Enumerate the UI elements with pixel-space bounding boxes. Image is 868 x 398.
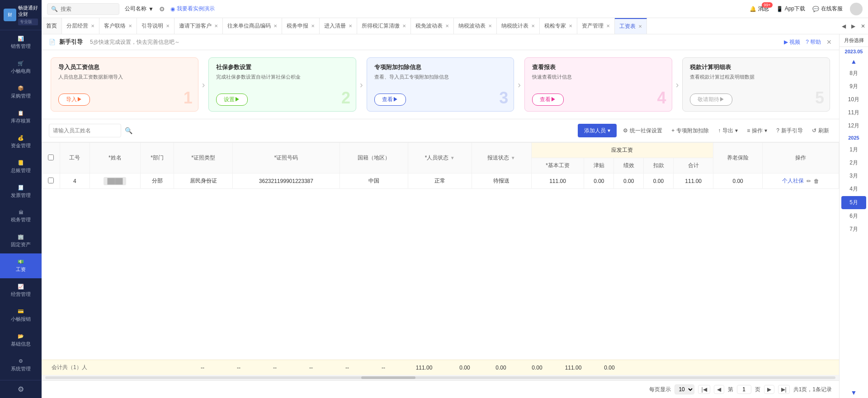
header-search-input[interactable] — [61, 6, 115, 12]
employee-search-input[interactable] — [49, 124, 121, 137]
page-first-button[interactable]: |◀ — [698, 385, 710, 394]
page-next-button[interactable]: ▶ — [764, 385, 774, 394]
close-tab-clearance[interactable]: ✕ — [349, 23, 352, 28]
close-tab-tax-table[interactable]: ✕ — [531, 23, 535, 28]
month-item-9[interactable]: 9月 — [840, 80, 868, 93]
tab-salary[interactable]: 工资表✕ — [615, 18, 647, 34]
month-item-1[interactable]: 1月 — [840, 143, 868, 156]
tab-tax-declare[interactable]: 税务申报✕ — [282, 18, 320, 34]
month-item-2[interactable]: 2月 — [840, 156, 868, 169]
sidebar-item-fixed[interactable]: 🏢固定资产 — [0, 229, 42, 253]
avatar[interactable] — [850, 3, 863, 15]
page-prev-button[interactable]: ◀ — [714, 385, 724, 394]
month-item-6[interactable]: 6月 — [840, 210, 868, 223]
close-tab-invite[interactable]: ✕ — [214, 23, 218, 28]
month-nav-down[interactable]: ▼ — [849, 387, 859, 398]
sidebar-item-basic[interactable]: 📂基础信息 — [0, 328, 42, 353]
step-1-button[interactable]: 导入▶ — [58, 94, 90, 106]
tab-customer[interactable]: 客户联络✕ — [99, 18, 137, 34]
demo-button[interactable]: ◉ 我要看实例演示 — [170, 5, 215, 13]
month-item-12[interactable]: 12月 — [840, 119, 868, 132]
notice-button[interactable]: 🔔 99+ 消息 — [750, 5, 769, 13]
close-tab-tax-calc[interactable]: ✕ — [402, 23, 406, 28]
guide-help-link[interactable]: ? 帮助 — [806, 38, 821, 46]
page-last-button[interactable]: ▶| — [778, 385, 790, 394]
tab-assets[interactable]: 资产管理✕ — [577, 18, 615, 34]
close-tab-layered[interactable]: ✕ — [91, 23, 94, 28]
month-item-5[interactable]: 5月 — [841, 196, 866, 209]
scroll-thumb[interactable] — [361, 376, 415, 379]
sidebar-item-operations[interactable]: 📈经营管理 — [0, 278, 42, 303]
employee-search-button[interactable]: 🔍 — [125, 127, 132, 134]
close-tab-guide[interactable]: ✕ — [166, 23, 170, 28]
step-4-button[interactable]: 查看▶ — [532, 94, 564, 106]
sidebar-item-sales[interactable]: 📊销售管理 — [0, 30, 42, 55]
unified-settings-button[interactable]: ⚙ 统一社保设置 — [620, 127, 665, 135]
tab-tax-exempt[interactable]: 税免波动表✕ — [411, 18, 454, 34]
close-tab-tax-declare[interactable]: ✕ — [311, 23, 315, 28]
month-item-7[interactable]: 7月 — [840, 223, 868, 236]
tab-product-code[interactable]: 往来单位商品编码✕ — [223, 18, 282, 34]
sidebar-item-inventory[interactable]: 📋库存核算 — [0, 105, 42, 130]
select-all-checkbox[interactable] — [48, 155, 54, 160]
tab-tax-table[interactable]: 纳税统计表✕ — [497, 18, 540, 34]
guide-close-button[interactable]: ✕ — [826, 38, 832, 46]
month-item-11[interactable]: 11月 — [840, 106, 868, 119]
horizontal-scrollbar[interactable] — [42, 375, 839, 380]
header-search-box[interactable]: 🔍 — [47, 3, 119, 15]
sidebar-item-marketing[interactable]: 💳小畅报销 — [0, 303, 42, 328]
per-page-select[interactable]: 10 — [675, 384, 694, 394]
op-personal-social[interactable]: 个人社保 — [782, 177, 804, 185]
close-tab-product-code[interactable]: ✕ — [274, 23, 277, 28]
month-nav-up[interactable]: ▲ — [849, 56, 859, 67]
tab-tax-expert[interactable]: 税检专家✕ — [540, 18, 577, 34]
sidebar-item-system[interactable]: ⚙系统管理 — [0, 353, 42, 378]
tab-clearance[interactable]: 进入清册✕ — [320, 18, 357, 34]
tab-home[interactable]: 首页 — [42, 18, 62, 34]
tab-nav-left[interactable]: ◀ — [839, 23, 849, 29]
company-dropdown[interactable]: 公司名称 ▼ — [125, 5, 154, 13]
sidebar-item-ecommerce[interactable]: 🛒小畅电商 — [0, 55, 42, 80]
tab-nav-right[interactable]: ▶ — [849, 23, 858, 29]
row-checkbox[interactable] — [48, 178, 54, 183]
tab-invite[interactable]: 邀请下游客户✕ — [175, 18, 223, 34]
sidebar-item-purchase[interactable]: 📦采购管理 — [0, 80, 42, 105]
month-item-4[interactable]: 4月 — [840, 183, 868, 196]
service-button[interactable]: 💬 在线客服 — [812, 5, 843, 13]
sidebar-item-ledger[interactable]: 📒总账管理 — [0, 155, 42, 179]
sidebar-item-salary[interactable]: 💵工资 — [0, 253, 42, 278]
step-3-button[interactable]: 查看▶ — [374, 94, 406, 106]
special-deduct-button[interactable]: + 专项附加扣除 — [669, 127, 712, 135]
tab-close-all[interactable]: ✕ — [858, 23, 868, 29]
app-download-button[interactable]: 📱 App下载 — [776, 5, 805, 13]
close-tab-tax-expert[interactable]: ✕ — [569, 23, 572, 28]
tab-guide[interactable]: 引导说明✕ — [137, 18, 175, 34]
month-item-10[interactable]: 10月 — [840, 93, 868, 106]
export-button[interactable]: ↑ 导出 ▾ — [715, 127, 741, 135]
settings-icon[interactable]: ⚙ — [18, 385, 24, 393]
month-item-8[interactable]: 8月 — [840, 67, 868, 80]
close-tab-tax-stat[interactable]: ✕ — [488, 23, 492, 28]
sidebar-item-finance[interactable]: 💰资金管理 — [0, 130, 42, 155]
refresh-button[interactable]: ↺ 刷新 — [809, 127, 832, 135]
close-tab-assets[interactable]: ✕ — [606, 23, 610, 28]
close-tab-salary[interactable]: ✕ — [638, 24, 642, 29]
close-tab-tax-exempt[interactable]: ✕ — [445, 23, 449, 28]
operate-button[interactable]: ≡ 操作 ▾ — [744, 127, 770, 135]
header-gear-icon[interactable]: ⚙ — [159, 5, 165, 13]
tab-layered[interactable]: 分层经营✕ — [62, 18, 99, 34]
step-5-button[interactable]: 敬请期待▶ — [690, 94, 732, 106]
sidebar-item-tax[interactable]: 🏛税务管理 — [0, 204, 42, 229]
add-employee-button[interactable]: 添加人员 ▾ — [578, 124, 617, 137]
tab-tax-calc[interactable]: 所得税汇算清缴✕ — [357, 18, 411, 34]
op-edit-icon[interactable]: ✏ — [807, 178, 811, 184]
op-delete-icon[interactable]: 🗑 — [814, 178, 819, 184]
month-item-3[interactable]: 3月 — [840, 169, 868, 183]
sidebar-item-invoice[interactable]: 🧾发票管理 — [0, 179, 42, 204]
new-guide-button[interactable]: ? 新手引导 — [774, 127, 806, 135]
step-2-button[interactable]: 设置▶ — [216, 94, 248, 106]
guide-video-link[interactable]: ▶ 视频 — [784, 38, 800, 46]
page-input[interactable] — [737, 385, 751, 394]
close-tab-customer[interactable]: ✕ — [128, 23, 132, 28]
tab-tax-stat[interactable]: 纳税波动表✕ — [454, 18, 497, 34]
